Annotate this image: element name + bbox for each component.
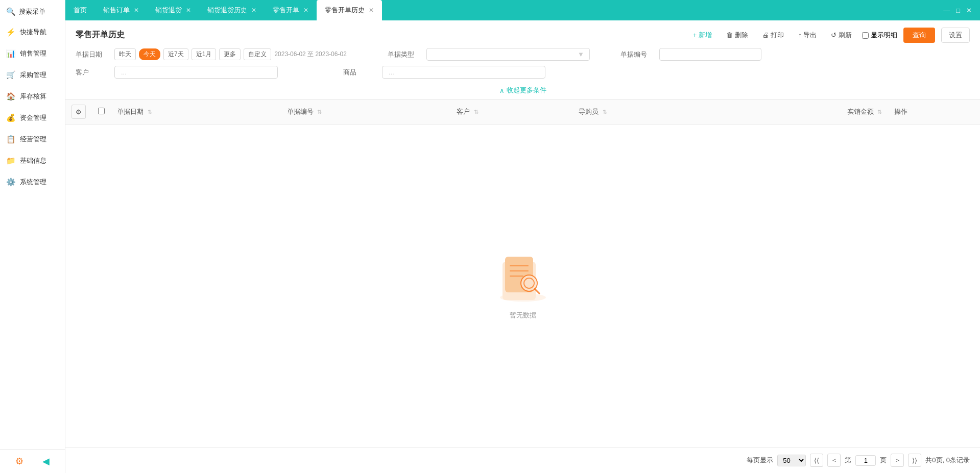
date-btn-more[interactable]: 更多 (219, 48, 241, 60)
customer-label: 客户 (76, 68, 104, 77)
salesperson-sort-icon[interactable]: ⇅ (603, 109, 607, 115)
doc-no-input[interactable] (659, 48, 761, 61)
print-button[interactable]: 🖨 打印 (758, 29, 788, 42)
tab-sales-return-close[interactable]: ✕ (186, 7, 191, 14)
toolbar: + 新增 🗑 删除 🖨 打印 ↑ 导出 ↺ 刷新 显示明细 查询 设置 (689, 28, 970, 43)
inventory-label: 库存核算 (20, 92, 46, 101)
sidebar-item-operation[interactable]: 📋 经营管理 (0, 129, 65, 150)
tab-retail-history[interactable]: 零售开单历史 ✕ (317, 0, 382, 20)
delete-button[interactable]: 🗑 删除 (722, 29, 752, 42)
date-sort-icon[interactable]: ⇅ (148, 109, 152, 115)
amount-sort-icon[interactable]: ⇅ (877, 109, 882, 115)
total-text: 共0页, 0条记录 (925, 456, 970, 465)
sidebar-bottom: ⚙ ◀ (0, 449, 65, 473)
sidebar-item-inventory[interactable]: 🏠 库存核算 (0, 86, 65, 107)
empty-text: 暂无数据 (510, 311, 536, 320)
tab-sales-order-close[interactable]: ✕ (134, 7, 139, 14)
pagination: 每页显示 50 10 20 100 ⟨⟨ ＜ 第 页 ＞ ⟩⟩ 共0页, 0条记… (65, 447, 980, 473)
search-icon: 🔍 (6, 7, 16, 16)
date-btn-custom[interactable]: 自定义 (244, 48, 271, 60)
base-icon: 📁 (6, 156, 16, 165)
tab-retail-open-close[interactable]: ✕ (303, 7, 308, 14)
tab-retail-history-close[interactable]: ✕ (369, 7, 374, 14)
setting-button[interactable]: 设置 (941, 28, 970, 43)
display-detail-label: 显示明细 (871, 31, 897, 40)
customer-select-btn[interactable]: ... (114, 66, 278, 79)
settings-bottom-icon[interactable]: ⚙ (15, 456, 23, 467)
date-btn-today[interactable]: 今天 (139, 48, 160, 60)
refresh-button[interactable]: ↺ 刷新 (827, 29, 856, 42)
sidebar-item-sales[interactable]: 📊 销售管理 (0, 43, 65, 64)
product-select-btn[interactable]: ... (382, 66, 545, 79)
sidebar-item-quick-nav[interactable]: ⚡ 快捷导航 (0, 21, 65, 43)
tab-sales-return[interactable]: 销货退货 ✕ (147, 0, 199, 20)
display-detail-toggle[interactable]: 显示明细 (862, 31, 897, 40)
doc-type-label: 单据类型 (388, 50, 416, 59)
th-action: 操作 (888, 99, 980, 125)
export-button[interactable]: ↑ 导出 (794, 29, 821, 42)
sidebar-item-system[interactable]: ⚙️ 系统管理 (0, 171, 65, 193)
column-settings-btn[interactable]: ⚙ (71, 105, 86, 119)
th-amount: 实销金额 ⇅ (719, 99, 889, 125)
system-label: 系统管理 (20, 178, 46, 187)
maximize-btn[interactable]: □ (956, 7, 960, 14)
window-controls: — □ ✕ (943, 7, 980, 14)
page-suffix: 页 (880, 456, 887, 465)
tab-home[interactable]: 首页 (65, 0, 95, 20)
finance-label: 资金管理 (20, 113, 46, 122)
collapse-icon: ∧ (499, 87, 505, 94)
finance-icon: 💰 (6, 113, 16, 122)
sidebar-item-base[interactable]: 📁 基础信息 (0, 150, 65, 171)
collapse-sidebar-icon[interactable]: ◀ (42, 456, 50, 467)
doc-type-select[interactable]: ▼ (426, 48, 590, 61)
sidebar: 🔍 搜索采单 ⚡ 快捷导航 📊 销售管理 🛒 采购管理 🏠 库存核算 💰 资金管… (0, 0, 65, 473)
sidebar-item-purchase[interactable]: 🛒 采购管理 (0, 64, 65, 86)
table-header-row: ⚙ 单据日期 ⇅ 单据编号 ⇅ 客户 ⇅ (65, 99, 980, 125)
tab-sales-return-history[interactable]: 销货退货历史 ✕ (199, 0, 265, 20)
minimize-btn[interactable]: — (943, 7, 950, 14)
close-btn-window[interactable]: ✕ (966, 7, 972, 14)
th-date: 单据日期 ⇅ (111, 99, 281, 125)
th-no: 单据编号 ⇅ (281, 99, 451, 125)
tab-bar: 首页 销售订单 ✕ 销货退货 ✕ 销货退货历史 ✕ 零售开单 ✕ 零售开单历史 … (65, 0, 980, 20)
filter-area: 单据日期 昨天 今天 近7天 近1月 更多 自定义 2023-06-02 至 2… (76, 48, 970, 99)
tab-retail-open[interactable]: 零售开单 ✕ (265, 0, 317, 20)
add-button[interactable]: + 新增 (689, 29, 716, 42)
per-page-select[interactable]: 50 10 20 100 (777, 455, 806, 466)
page-title: 零售开单历史 (76, 30, 125, 40)
tab-retail-open-label: 零售开单 (273, 6, 299, 15)
page-label: 第 (845, 456, 851, 465)
next-page-btn[interactable]: ＞ (891, 454, 904, 467)
page-input[interactable] (855, 455, 876, 466)
th-salesperson-label: 导购员 (579, 108, 599, 115)
date-btn-yesterday[interactable]: 昨天 (114, 48, 136, 60)
filter-row-1: 单据日期 昨天 今天 近7天 近1月 更多 自定义 2023-06-02 至 2… (76, 48, 970, 61)
tab-sales-return-history-close[interactable]: ✕ (251, 7, 256, 14)
prev-page-btn[interactable]: ＜ (827, 454, 841, 467)
doc-no-label: 单据编号 (620, 50, 649, 59)
select-all-checkbox[interactable] (98, 108, 105, 114)
th-salesperson: 导购员 ⇅ (572, 99, 719, 125)
display-detail-checkbox[interactable] (862, 32, 869, 39)
search-menu[interactable]: 🔍 搜索采单 (0, 0, 65, 21)
quick-nav-label: 快捷导航 (20, 28, 46, 37)
date-btn-1month[interactable]: 近1月 (192, 48, 217, 60)
last-page-btn[interactable]: ⟩⟩ (908, 454, 921, 467)
th-date-label: 单据日期 (117, 108, 144, 115)
first-page-btn[interactable]: ⟨⟨ (810, 454, 823, 467)
sidebar-item-finance[interactable]: 💰 资金管理 (0, 107, 65, 129)
customer-sort-icon[interactable]: ⇅ (474, 109, 479, 115)
base-label: 基础信息 (20, 156, 46, 165)
tab-sales-return-label: 销货退货 (155, 6, 182, 15)
tab-home-label: 首页 (74, 6, 87, 15)
quick-nav-icon: ⚡ (6, 28, 16, 37)
date-btn-7days[interactable]: 近7天 (163, 48, 188, 60)
collapse-button[interactable]: ∧ 收起更多条件 (76, 84, 970, 99)
query-button[interactable]: 查询 (903, 28, 935, 43)
tab-sales-order[interactable]: 销售订单 ✕ (95, 0, 147, 20)
th-gear: ⚙ (65, 99, 92, 125)
no-sort-icon[interactable]: ⇅ (317, 109, 322, 115)
per-page-label: 每页显示 (747, 456, 773, 465)
content-header: 零售开单历史 + 新增 🗑 删除 🖨 打印 ↑ 导出 ↺ 刷新 显示明细 查询 … (65, 20, 980, 99)
main-content: 首页 销售订单 ✕ 销货退货 ✕ 销货退货历史 ✕ 零售开单 ✕ 零售开单历史 … (65, 0, 980, 473)
